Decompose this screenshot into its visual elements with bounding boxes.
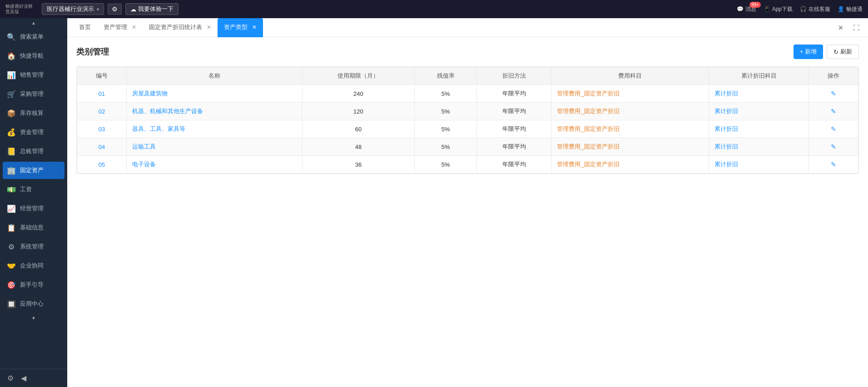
gear-button[interactable]: ⚙ — [108, 4, 122, 15]
col-header-id: 编号 — [77, 67, 127, 85]
cell-method: 年限平均 — [477, 85, 551, 103]
col-header-residual: 残值率 — [415, 67, 477, 85]
sidebar-item-guide[interactable]: 🎯 新手引导 — [0, 275, 67, 294]
cell-period: 240 — [302, 85, 415, 103]
table-row: 02 机器、机械和其他生产设备 120 5% 年限平均 管理费用_固定资产折旧 … — [77, 103, 858, 120]
sidebar-label-search-menu: 搜索菜单 — [20, 33, 44, 41]
sidebar-label-inventory: 库存核算 — [20, 109, 44, 117]
headset-icon: 🎧 — [800, 6, 807, 12]
sidebar-item-search-menu[interactable]: 🔍 搜索菜单 — [0, 27, 67, 46]
content-area: 首页 资产管理 ✕ 固定资产折旧统计表 ✕ 资产类型 ✕ ✕ ⛶ 类 — [67, 18, 868, 387]
cell-residual: 5% — [415, 120, 477, 138]
sidebar-label-fixed-assets: 固定资产 — [20, 166, 44, 174]
sidebar-item-fixed-assets[interactable]: 🏢 固定资产 — [3, 162, 64, 179]
col-header-period: 使用期限（月） — [302, 67, 415, 85]
add-button[interactable]: + 新增 — [794, 45, 823, 59]
cell-action[interactable]: ✎ — [809, 103, 858, 120]
cell-expense: 管理费用_固定资产折旧 — [551, 156, 709, 174]
main-layout: ▲ 🔍 搜索菜单 🏠 快捷导航 📊 销售管理 🛒 采购管理 📦 库存核算 💰 资… — [0, 18, 868, 387]
cell-period: 60 — [302, 120, 415, 138]
cell-id: 03 — [77, 120, 127, 138]
table-row: 05 电子设备 36 5% 年限平均 管理费用_固定资产折旧 累计折旧 ✎ — [77, 156, 858, 174]
sidebar-label-guide: 新手引导 — [20, 281, 44, 289]
table-row: 01 房屋及建筑物 240 5% 年限平均 管理费用_固定资产折旧 累计折旧 ✎ — [77, 85, 858, 103]
cell-name: 运输工具 — [126, 138, 302, 156]
cell-residual: 5% — [415, 156, 477, 174]
cell-name: 房屋及建筑物 — [126, 85, 302, 103]
edit-icon[interactable]: ✎ — [831, 125, 836, 133]
table-row: 04 运输工具 48 5% 年限平均 管理费用_固定资产折旧 累计折旧 ✎ — [77, 138, 858, 156]
cell-method: 年限平均 — [477, 120, 551, 138]
collapse-icon[interactable]: ◀ — [21, 374, 26, 382]
page-title: 类别管理 — [76, 46, 109, 57]
cell-period: 120 — [302, 103, 415, 120]
cell-name: 器具、工具、家具等 — [126, 120, 302, 138]
industry-selector[interactable]: 医疗器械行业演示 ▾ — [42, 3, 104, 15]
cell-action[interactable]: ✎ — [809, 120, 858, 138]
customer-service-button[interactable]: 🎧 在线客服 — [800, 5, 830, 13]
table-header: 编号 名称 使用期限（月） 残值率 折旧方法 费用科目 累计折旧科目 操作 — [77, 67, 858, 85]
cell-id: 01 — [77, 85, 127, 103]
table-row: 03 器具、工具、家具等 60 5% 年限平均 管理费用_固定资产折旧 累计折旧… — [77, 120, 858, 138]
sidebar-item-payroll[interactable]: 💵 工资 — [0, 180, 67, 199]
settings-icon[interactable]: ⚙ — [7, 374, 14, 382]
edit-icon[interactable]: ✎ — [831, 108, 836, 115]
cell-accum: 累计折旧 — [709, 103, 809, 120]
cell-residual: 5% — [415, 85, 477, 103]
sidebar-scroll-up[interactable]: ▲ — [0, 18, 67, 27]
sidebar-scroll-down[interactable]: ▼ — [0, 313, 67, 322]
sidebar-item-inventory[interactable]: 📦 库存核算 — [0, 104, 67, 123]
sidebar-item-quick-nav[interactable]: 🏠 快捷导航 — [0, 46, 67, 65]
expand-window-button[interactable]: ⛶ — [850, 21, 863, 34]
tab-depreciation-report-close[interactable]: ✕ — [207, 24, 211, 30]
cell-action[interactable]: ✎ — [809, 156, 858, 174]
tab-depreciation-report[interactable]: 固定资产折旧统计表 ✕ — [143, 18, 218, 37]
cell-action[interactable]: ✎ — [809, 85, 858, 103]
sidebar-item-app-center[interactable]: 🔲 应用中心 — [0, 294, 67, 313]
sidebar-label-sales: 销售管理 — [20, 71, 44, 79]
refresh-icon: ↻ — [833, 49, 838, 55]
collab-icon: 🤝 — [7, 262, 15, 270]
cell-accum: 累计折旧 — [709, 120, 809, 138]
close-window-button[interactable]: ✕ — [834, 21, 847, 34]
capital-icon: 💰 — [7, 128, 15, 136]
sidebar-item-collab[interactable]: 🤝 企业协同 — [0, 256, 67, 275]
cell-residual: 5% — [415, 138, 477, 156]
sidebar-item-system[interactable]: ⚙ 系统管理 — [0, 237, 67, 256]
edit-icon[interactable]: ✎ — [831, 90, 836, 97]
edit-icon[interactable]: ✎ — [831, 143, 836, 150]
app-download-label: App下载 — [772, 5, 793, 13]
sidebar-item-operations[interactable]: 📈 经营管理 — [0, 199, 67, 218]
page-content: 类别管理 + 新增 ↻ 刷新 编号 名称 使用期限（月） — [67, 37, 868, 387]
col-header-expense: 费用科目 — [551, 67, 709, 85]
tab-home[interactable]: 首页 — [73, 18, 97, 37]
payroll-icon: 💵 — [7, 185, 15, 194]
app-download-button[interactable]: 📱 App下载 — [764, 5, 793, 13]
tab-depreciation-report-label: 固定资产折旧统计表 — [149, 23, 202, 31]
operations-icon: 📈 — [7, 204, 15, 213]
sidebar-label-collab: 企业协同 — [20, 262, 44, 270]
messages-button[interactable]: 💬 消息 99+ — [737, 5, 756, 13]
user-profile-button[interactable]: 👤 畅捷通 — [838, 5, 863, 13]
cell-name: 电子设备 — [126, 156, 302, 174]
top-right-actions: 💬 消息 99+ 📱 App下载 🎧 在线客服 👤 畅捷通 — [737, 5, 863, 13]
experience-button[interactable]: ☁ 我要体验一下 — [125, 3, 179, 15]
tab-asset-type-close[interactable]: ✕ — [252, 24, 257, 30]
cell-accum: 累计折旧 — [709, 156, 809, 174]
cell-action[interactable]: ✎ — [809, 138, 858, 156]
sidebar-item-basic-info[interactable]: 📋 基础信息 — [0, 218, 67, 237]
sidebar-item-purchase[interactable]: 🛒 采购管理 — [0, 84, 67, 104]
tab-asset-mgmt-close[interactable]: ✕ — [132, 24, 136, 30]
sidebar-item-capital[interactable]: 💰 资金管理 — [0, 123, 67, 142]
fixed-assets-icon: 🏢 — [7, 166, 15, 174]
refresh-button[interactable]: ↻ 刷新 — [827, 45, 859, 59]
tab-asset-type-label: 资产类型 — [224, 23, 248, 31]
tab-asset-mgmt[interactable]: 资产管理 ✕ — [97, 18, 143, 37]
sidebar-label-system: 系统管理 — [20, 243, 44, 251]
sidebar-item-ledger[interactable]: 📒 总账管理 — [0, 142, 67, 161]
sidebar-item-sales[interactable]: 📊 销售管理 — [0, 65, 67, 84]
tab-asset-type[interactable]: 资产类型 ✕ — [218, 18, 263, 37]
basic-info-icon: 📋 — [7, 223, 15, 232]
message-badge: 99+ — [749, 2, 761, 8]
edit-icon[interactable]: ✎ — [831, 161, 836, 168]
